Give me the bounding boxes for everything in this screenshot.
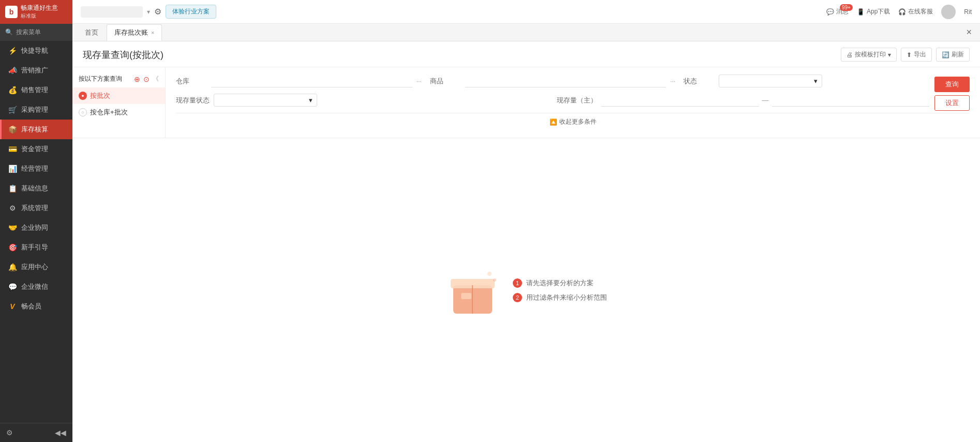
warehouse-field: 仓库 ··· xyxy=(176,75,422,87)
refresh-button[interactable]: 🔄 刷新 xyxy=(936,48,970,62)
page-title: 现存量查询(按批次) xyxy=(83,49,164,61)
collaboration-label: 企业协同 xyxy=(21,223,48,232)
sidebar-item-marketing[interactable]: 📣 营销推广 xyxy=(0,61,72,80)
tab-close-icon[interactable]: × xyxy=(151,30,154,36)
finance-label: 资金管理 xyxy=(21,144,48,154)
empty-state: 1 请先选择要分析的方案 2 用过滤条件来缩小分析范围 xyxy=(72,138,980,442)
search-menu-item[interactable]: 🔍 搜索菜单 xyxy=(0,24,72,41)
breadcrumb-input[interactable] xyxy=(81,6,143,18)
empty-hint-2: 2 用过滤条件来缩小分析范围 xyxy=(513,293,607,302)
qty-min-input[interactable] xyxy=(601,94,759,107)
footer-collapse-icon[interactable]: ◀◀ xyxy=(55,429,66,437)
message-button[interactable]: 💬 消息 99+ xyxy=(826,7,849,16)
scheme-active-dot: ● xyxy=(79,92,87,100)
svg-rect-3 xyxy=(461,293,471,299)
goods-field: 商品 ··· xyxy=(430,75,676,87)
export-button[interactable]: ⬆ 导出 xyxy=(901,48,932,62)
scheme-item-warehouse-batch[interactable]: ○ 按仓库+批次 xyxy=(72,104,165,121)
message-icon: 💬 xyxy=(826,8,834,16)
main-area: ▾ ⚙ 体验行业方案 💬 消息 99+ 📱 App下载 🎧 在线客服 Rit xyxy=(72,0,980,442)
finance-icon: 💳 xyxy=(8,144,17,154)
scheme-inactive-dot: ○ xyxy=(79,108,87,116)
sales-label: 销售管理 xyxy=(21,85,48,95)
inventory-status-field: 现存量状态 ▾ xyxy=(176,94,548,107)
newcomer-icon: 🎯 xyxy=(8,243,17,252)
sidebar-item-collaboration[interactable]: 🤝 企业协同 xyxy=(0,218,72,238)
topbar-gear-icon[interactable]: ⚙ xyxy=(154,7,161,17)
vip-label: 畅会员 xyxy=(21,302,41,311)
trial-button[interactable]: 体验行业方案 xyxy=(166,5,216,19)
topbar: ▾ ⚙ 体验行业方案 💬 消息 99+ 📱 App下载 🎧 在线客服 Rit xyxy=(72,0,980,24)
print-button[interactable]: 🖨 按模板打印 ▾ xyxy=(841,48,897,62)
status-field: 状态 ▾ xyxy=(684,75,929,87)
inventory-batch-tab-label: 库存批次账 xyxy=(114,28,148,37)
sidebar-item-shortcuts[interactable]: ⚡ 快捷导航 xyxy=(0,41,72,61)
scheme-add-icon[interactable]: ⊕ xyxy=(134,75,140,83)
footer-gear-icon[interactable]: ⚙ xyxy=(6,429,13,437)
settings-button[interactable]: 设置 xyxy=(934,95,970,111)
inventory-qty-label: 现存量（主） xyxy=(557,96,597,105)
sidebar: b 畅康通好生意 标准版 🔍 搜索菜单 ⚡ 快捷导航 📣 营销推广 💰 销售管理… xyxy=(0,0,72,442)
headset-icon: 🎧 xyxy=(898,8,906,16)
sidebar-item-finance[interactable]: 💳 资金管理 xyxy=(0,139,72,159)
sidebar-item-inventory[interactable]: 📦 库存核算 xyxy=(0,120,72,139)
warehouse-input[interactable] xyxy=(211,75,412,87)
tab-close-area: × xyxy=(963,27,975,38)
status-dropdown[interactable]: ▾ xyxy=(719,75,822,87)
filter-area: 按以下方案查询 ⊕ ⊙ 《 ● 按批次 ○ 按仓库+批次 xyxy=(72,67,980,138)
empty-hints: 1 请先选择要分析的方案 2 用过滤条件来缩小分析范围 xyxy=(513,278,607,302)
page-header: 现存量查询(按批次) 🖨 按模板打印 ▾ ⬆ 导出 🔄 刷新 xyxy=(72,41,980,67)
scheme-setting-icon[interactable]: ⊙ xyxy=(143,75,150,83)
sidebar-item-app-center[interactable]: 🔔 应用中心 xyxy=(0,257,72,277)
breadcrumb-chevron-icon[interactable]: ▾ xyxy=(147,8,150,16)
hint-num-2: 2 xyxy=(513,293,522,302)
inventory-qty-field: 现存量（主） — xyxy=(557,94,929,107)
app-download-label: App下载 xyxy=(867,7,890,16)
print-chevron-icon[interactable]: ▾ xyxy=(888,51,891,58)
sidebar-item-operations[interactable]: 📊 经营管理 xyxy=(0,159,72,179)
page-content: 现存量查询(按批次) 🖨 按模板打印 ▾ ⬆ 导出 🔄 刷新 xyxy=(72,41,980,442)
operations-label: 经营管理 xyxy=(21,164,48,173)
enterprise-wechat-label: 企业微信 xyxy=(21,282,48,291)
user-avatar[interactable] xyxy=(941,5,956,19)
inventory-icon: 📦 xyxy=(8,125,17,134)
query-button[interactable]: 查询 xyxy=(934,77,970,92)
app-name: 畅康通好生意 xyxy=(21,4,58,12)
sidebar-item-newcomer[interactable]: 🎯 新手引导 xyxy=(0,238,72,257)
shortcuts-icon: ⚡ xyxy=(8,46,17,55)
refresh-label: 刷新 xyxy=(952,50,964,59)
sidebar-item-purchase[interactable]: 🛒 采购管理 xyxy=(0,100,72,120)
system-icon: ⚙ xyxy=(8,203,17,213)
sidebar-item-vip[interactable]: V 畅会员 xyxy=(0,297,72,316)
tab-home[interactable]: 首页 xyxy=(78,25,106,40)
online-service-label: 在线客服 xyxy=(908,7,933,16)
scheme-item-batch[interactable]: ● 按批次 xyxy=(72,87,165,104)
inventory-status-label: 现存量状态 xyxy=(176,96,210,105)
app-edition: 标准版 xyxy=(21,12,58,20)
empty-illustration xyxy=(446,264,497,316)
sidebar-item-basic-info[interactable]: 📋 基础信息 xyxy=(0,179,72,198)
collapse-more-conditions[interactable]: 🔼 收起更多条件 xyxy=(176,113,970,130)
qty-max-input[interactable] xyxy=(772,94,930,107)
sidebar-item-sales[interactable]: 💰 销售管理 xyxy=(0,80,72,100)
inventory-label: 库存核算 xyxy=(21,125,48,134)
tab-inventory-batch[interactable]: 库存批次账 × xyxy=(107,24,162,41)
sidebar-item-system[interactable]: ⚙ 系统管理 xyxy=(0,198,72,218)
sidebar-nav: ⚡ 快捷导航 📣 营销推广 💰 销售管理 🛒 采购管理 📦 库存核算 💳 资金管… xyxy=(0,41,72,423)
scheme-collapse-icon[interactable]: 《 xyxy=(153,75,159,83)
app-download-button[interactable]: 📱 App下载 xyxy=(857,7,890,16)
marketing-label: 营销推广 xyxy=(21,66,48,75)
purchase-label: 采购管理 xyxy=(21,105,48,114)
export-icon: ⬆ xyxy=(907,51,912,58)
goods-more-icon[interactable]: ··· xyxy=(670,78,675,85)
warehouse-more-icon[interactable]: ··· xyxy=(417,78,422,85)
inventory-status-dropdown[interactable]: ▾ xyxy=(214,94,317,107)
online-service-button[interactable]: 🎧 在线客服 xyxy=(898,7,933,16)
panel-close-button[interactable]: × xyxy=(963,27,975,38)
status-chevron-icon: ▾ xyxy=(814,77,818,85)
system-label: 系统管理 xyxy=(21,203,48,213)
hint-num-1: 1 xyxy=(513,278,522,288)
sidebar-item-enterprise-wechat[interactable]: 💬 企业微信 xyxy=(0,277,72,297)
hint-text-2: 用过滤条件来缩小分析范围 xyxy=(526,293,607,302)
goods-input[interactable] xyxy=(465,75,666,87)
